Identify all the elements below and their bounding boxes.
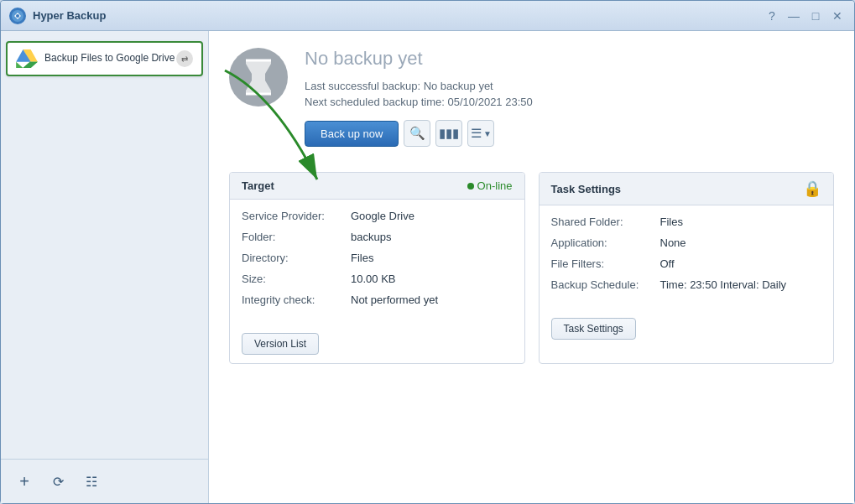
next-backup-status: Next scheduled backup time: 05/10/2021 2… — [305, 96, 834, 108]
info-row-shared-folder: Shared Folder: Files — [551, 216, 822, 228]
service-value: Google Drive — [351, 210, 414, 222]
task-settings-card-body: Shared Folder: Files Application: None F… — [540, 205, 834, 309]
target-card-title: Target — [242, 179, 274, 192]
info-row-application: Application: None — [551, 236, 822, 249]
minimize-button[interactable]: — — [785, 8, 802, 24]
folder-label: Folder: — [242, 231, 351, 243]
target-card-footer: Version List — [230, 325, 524, 363]
backup-info: No backup yet Last successful backup: No… — [305, 48, 834, 147]
info-row-integrity: Integrity check: Not performed yet — [242, 294, 513, 306]
sidebar-footer: + ⟳ ☷ — [1, 459, 208, 503]
target-card: Target On-line Service Provider: Google … — [229, 172, 525, 364]
status-label: On-line — [477, 179, 513, 192]
stats-button[interactable]: ▮▮▮ — [435, 120, 462, 147]
log-icon: ☷ — [86, 474, 97, 490]
add-button[interactable]: + — [9, 466, 39, 496]
shared-folder-value: Files — [660, 216, 683, 228]
maximize-button[interactable]: □ — [807, 8, 824, 24]
backup-schedule-value: Time: 23:50 Interval: Daily — [660, 278, 787, 291]
sync-badge: ⇄ — [176, 50, 193, 67]
add-icon: + — [19, 472, 29, 491]
restore-icon: ⟳ — [53, 474, 64, 490]
target-card-header: Target On-line — [230, 173, 524, 200]
info-row-folder: Folder: backups — [242, 231, 513, 243]
integrity-value: Not performed yet — [351, 294, 438, 306]
size-value: 10.00 KB — [351, 273, 396, 285]
last-backup-status: Last successful backup: No backup yet — [305, 80, 834, 92]
window-title: Hyper Backup — [33, 9, 106, 22]
sidebar: Backup Files to Google Drive ⇄ + ⟳ ☷ — [1, 31, 209, 503]
hourglass-svg — [242, 57, 275, 97]
svg-point-2 — [16, 14, 19, 18]
task-settings-card-footer: Task Settings — [540, 309, 834, 348]
application-value: None — [660, 236, 686, 249]
task-settings-lock-icon: 🔒 — [803, 179, 821, 198]
no-backup-title: No backup yet — [305, 48, 834, 70]
integrity-label: Integrity check: — [242, 294, 351, 306]
info-row-file-filters: File Filters: Off — [551, 257, 822, 270]
google-drive-icon — [16, 49, 38, 68]
search-button[interactable]: 🔍 — [404, 120, 430, 147]
sidebar-item-label: Backup Files to Google Drive — [44, 52, 176, 65]
app-icon — [9, 8, 26, 24]
backup-now-button[interactable]: Back up now — [305, 121, 399, 147]
online-status-badge: On-line — [467, 179, 513, 192]
target-card-body: Service Provider: Google Drive Folder: b… — [230, 200, 524, 325]
status-dot — [467, 183, 474, 190]
backup-schedule-label: Backup Schedule: — [551, 278, 660, 291]
backup-header: No backup yet Last successful backup: No… — [229, 48, 834, 147]
stats-icon: ▮▮▮ — [439, 126, 459, 141]
menu-icon: ☰ — [471, 126, 482, 141]
menu-button[interactable]: ☰ ▼ — [467, 120, 494, 147]
info-cards: Target On-line Service Provider: Google … — [229, 172, 834, 364]
hourglass-icon — [229, 48, 288, 107]
sidebar-list: Backup Files to Google Drive ⇄ — [1, 31, 208, 459]
close-button[interactable]: ✕ — [829, 8, 846, 24]
shared-folder-label: Shared Folder: — [551, 216, 660, 228]
directory-label: Directory: — [242, 252, 351, 264]
info-row-size: Size: 10.00 KB — [242, 273, 513, 285]
file-filters-label: File Filters: — [551, 257, 660, 270]
info-row-directory: Directory: Files — [242, 252, 513, 264]
application-label: Application: — [551, 236, 660, 249]
svg-marker-6 — [23, 62, 37, 68]
log-button[interactable]: ☷ — [76, 466, 107, 496]
restore-button[interactable]: ⟳ — [43, 466, 73, 496]
info-row-backup-schedule: Backup Schedule: Time: 23:50 Interval: D… — [551, 278, 822, 291]
folder-value: backups — [351, 231, 391, 243]
right-panel: No backup yet Last successful backup: No… — [209, 31, 854, 503]
task-settings-card: Task Settings 🔒 Shared Folder: Files App… — [539, 172, 835, 364]
title-bar-controls: ? — □ ✕ — [764, 8, 846, 24]
title-bar-left: Hyper Backup — [9, 8, 106, 24]
size-label: Size: — [242, 273, 351, 285]
version-list-button[interactable]: Version List — [242, 333, 319, 355]
task-settings-card-header: Task Settings 🔒 — [540, 173, 834, 205]
sidebar-item-google-drive[interactable]: Backup Files to Google Drive ⇄ — [6, 41, 203, 76]
search-icon: 🔍 — [409, 126, 425, 141]
info-row-service: Service Provider: Google Drive — [242, 210, 513, 222]
service-label: Service Provider: — [242, 210, 351, 222]
task-settings-button[interactable]: Task Settings — [551, 318, 636, 340]
dropdown-arrow-icon: ▼ — [483, 129, 492, 138]
task-settings-card-title: Task Settings — [551, 183, 622, 195]
file-filters-value: Off — [660, 257, 675, 270]
directory-value: Files — [351, 252, 373, 264]
title-bar: Hyper Backup ? — □ ✕ — [1, 1, 854, 31]
app-window: Hyper Backup ? — □ ✕ — [0, 0, 855, 504]
backup-actions: Back up now 🔍 ▮▮▮ ☰ ▼ — [305, 120, 834, 147]
main-content: Backup Files to Google Drive ⇄ + ⟳ ☷ — [1, 31, 854, 503]
question-button[interactable]: ? — [764, 8, 780, 24]
